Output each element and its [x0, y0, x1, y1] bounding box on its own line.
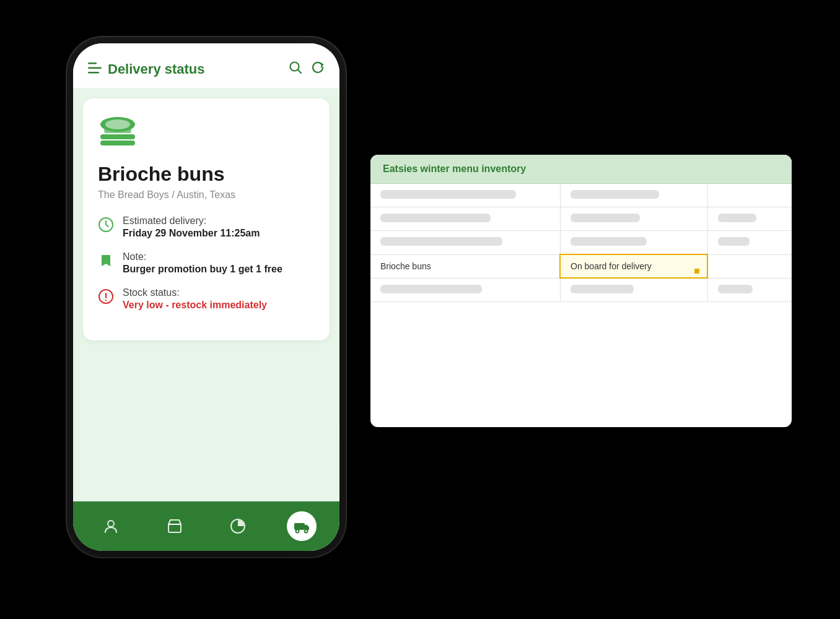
stock-value: Very low - restock immediately — [123, 300, 267, 311]
svg-point-19 — [295, 530, 299, 533]
cell-wrapper: On board for delivery — [571, 261, 697, 271]
note-label: Note: — [123, 251, 282, 262]
stock-label: Stock status: — [123, 287, 267, 298]
nav-store[interactable] — [160, 511, 190, 541]
svg-point-9 — [105, 119, 130, 129]
stock-row: Stock status: Very low - restock immedia… — [98, 287, 315, 311]
svg-rect-2 — [88, 72, 99, 74]
alert-icon — [98, 288, 114, 305]
bookmark-icon — [98, 253, 114, 269]
sheet-title: Eatsies winter menu inventory — [370, 155, 792, 184]
brioche-buns-cell: Brioche buns — [370, 254, 560, 278]
phone-header: Delivery status — [73, 43, 339, 89]
svg-rect-1 — [88, 67, 102, 69]
nav-profile[interactable] — [96, 511, 126, 541]
delivery-content: Estimated delivery: Friday 29 November 1… — [123, 215, 260, 239]
sheet-table: Brioche buns On board for delivery — [370, 184, 792, 302]
svg-rect-15 — [168, 524, 181, 532]
svg-line-4 — [298, 70, 301, 73]
card-supplier: The Bread Boys / Austin, Texas — [98, 189, 315, 201]
svg-rect-7 — [100, 141, 135, 145]
burger-icon — [98, 116, 138, 148]
note-content: Note: Burger promotion buy 1 get 1 free — [123, 251, 282, 275]
svg-point-20 — [304, 530, 307, 533]
spreadsheet-panel: Eatsies winter menu inventory — [370, 155, 792, 427]
delivery-row: Estimated delivery: Friday 29 November 1… — [98, 215, 315, 239]
nav-delivery[interactable] — [287, 511, 317, 541]
search-icon[interactable] — [289, 61, 302, 78]
table-row — [370, 278, 792, 302]
menu-icon[interactable] — [88, 63, 102, 76]
card-product-name: Brioche buns — [98, 163, 315, 186]
nav-chart[interactable] — [223, 511, 253, 541]
svg-rect-5 — [100, 134, 135, 139]
sheet-body: Brioche buns On board for delivery — [370, 184, 792, 427]
svg-rect-18 — [294, 523, 305, 530]
header-left: Delivery status — [88, 61, 205, 77]
stock-content: Stock status: Very low - restock immedia… — [123, 287, 267, 311]
svg-rect-0 — [88, 63, 97, 64]
phone-title: Delivery status — [108, 61, 205, 77]
note-row: Note: Burger promotion buy 1 get 1 free — [98, 251, 315, 275]
cell-corner-handle[interactable] — [694, 269, 699, 274]
header-icons — [289, 61, 325, 78]
delivery-value: Friday 29 November 11:25am — [123, 228, 260, 239]
refresh-icon[interactable] — [311, 61, 325, 78]
phone-body: Brioche buns The Bread Boys / Austin, Te… — [73, 89, 339, 501]
note-value: Burger promotion buy 1 get 1 free — [123, 264, 282, 275]
delivery-label: Estimated delivery: — [123, 215, 260, 227]
table-row — [370, 207, 792, 231]
phone-nav — [73, 501, 339, 551]
clock-icon — [98, 217, 114, 233]
svg-point-14 — [108, 521, 114, 527]
phone-device: Delivery status — [73, 43, 339, 551]
table-row — [370, 184, 792, 207]
table-row — [370, 231, 792, 255]
highlighted-row: Brioche buns On board for delivery — [370, 254, 792, 278]
svg-point-13 — [105, 300, 107, 301]
delivery-card: Brioche buns The Bread Boys / Austin, Te… — [83, 98, 330, 340]
delivery-status-cell[interactable]: On board for delivery — [560, 254, 707, 278]
